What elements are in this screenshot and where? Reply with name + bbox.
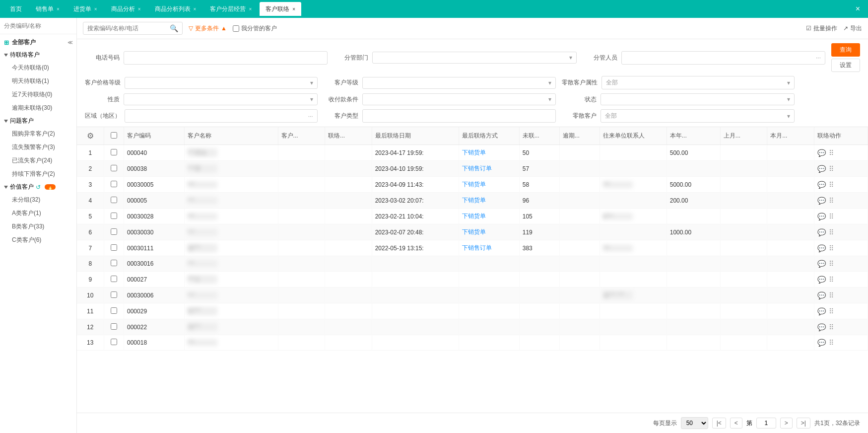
apps-icon[interactable]: ⠿	[829, 197, 834, 205]
row-checkbox[interactable]	[111, 260, 117, 266]
overdue-col-header[interactable]: 逾期...	[559, 127, 600, 145]
row-name[interactable]: ***	[184, 209, 278, 224]
row-name[interactable]: ***请	[184, 161, 278, 177]
code-col-header[interactable]: 客户编码	[124, 127, 185, 145]
nav-tab-analysis[interactable]: 商品分析 ×	[105, 2, 147, 16]
sidebar-item-class-c[interactable]: C类客户(6)	[0, 233, 76, 247]
sidebar-search-input[interactable]	[4, 22, 77, 29]
apps-icon[interactable]: ⠿	[829, 260, 834, 268]
row-last-way[interactable]: 下销售订单	[459, 240, 520, 256]
close-icon[interactable]: ×	[194, 6, 197, 12]
message-icon[interactable]: 💬	[817, 165, 826, 173]
row-checkbox[interactable]	[111, 276, 117, 282]
sidebar-item-hoarding-abnormal[interactable]: 囤购异常客户(2)	[0, 127, 76, 141]
query-button[interactable]: 查询	[831, 43, 860, 57]
message-icon[interactable]: 💬	[817, 181, 826, 189]
sidebar-item-churn-warning[interactable]: 流失预警客户(3)	[0, 141, 76, 154]
message-icon[interactable]: 💬	[817, 260, 826, 268]
close-icon[interactable]: ×	[249, 6, 252, 12]
row-name[interactable]: ***	[184, 224, 278, 240]
page-number-input[interactable]	[756, 418, 776, 429]
apps-icon[interactable]: ⠿	[829, 228, 834, 236]
row-checkbox[interactable]	[111, 149, 117, 155]
apps-icon[interactable]: ⠿	[829, 181, 834, 189]
row-last-way[interactable]: 下销货单	[459, 209, 520, 224]
last-way-link[interactable]: 下销货单	[462, 228, 486, 235]
status-select[interactable]: ▾	[601, 93, 795, 105]
apps-icon[interactable]: ⠿	[829, 165, 834, 173]
reset-button[interactable]: 设置	[831, 59, 860, 72]
row-last-way[interactable]	[459, 256, 520, 272]
nav-tab-purchase[interactable]: 进货单 ×	[67, 2, 103, 16]
row-last-way[interactable]: 下销售订单	[459, 161, 520, 177]
close-icon[interactable]: ×	[57, 6, 60, 12]
my-customers-checkbox[interactable]	[233, 25, 239, 32]
per-page-select[interactable]: 50 100 200	[681, 417, 708, 429]
row-last-way[interactable]: 下销货单	[459, 145, 520, 161]
last-date-col-header[interactable]: 最后联络日期	[372, 127, 459, 145]
apps-icon[interactable]: ⠿	[829, 244, 834, 252]
row-checkbox-cell[interactable]	[104, 256, 124, 272]
message-icon[interactable]: 💬	[817, 149, 826, 157]
apps-icon[interactable]: ⠿	[829, 149, 834, 157]
row-checkbox-cell[interactable]	[104, 224, 124, 240]
apps-icon[interactable]: ⠿	[829, 291, 834, 299]
row-checkbox[interactable]	[111, 291, 117, 298]
type-col-header[interactable]: 客户...	[278, 127, 325, 145]
last-month-col-header[interactable]: 上月...	[720, 127, 767, 145]
row-name[interactable]: 远***	[184, 240, 278, 256]
nav-tab-customer-tier[interactable]: 客户分层经营 ×	[204, 2, 258, 16]
row-last-way[interactable]	[459, 303, 520, 319]
retail-customer-select[interactable]: 全部 ▾	[601, 109, 795, 123]
apps-icon[interactable]: ⠿	[829, 213, 834, 220]
row-name[interactable]: ***	[184, 256, 278, 272]
row-last-way[interactable]: 下销货单	[459, 177, 520, 193]
batch-ops-button[interactable]: ☑ 批量操作	[806, 24, 837, 33]
row-checkbox[interactable]	[111, 339, 117, 345]
row-checkbox-cell[interactable]	[104, 272, 124, 288]
row-last-way[interactable]: 下销货单	[459, 193, 520, 209]
manager-input[interactable]: ···	[621, 51, 825, 65]
this-month-col-header[interactable]: 本月...	[767, 127, 814, 145]
row-checkbox-cell[interactable]	[104, 335, 124, 351]
row-last-way[interactable]	[459, 319, 520, 335]
apps-icon[interactable]: ⠿	[829, 307, 834, 315]
row-checkbox[interactable]	[111, 307, 117, 314]
row-checkbox[interactable]	[111, 181, 117, 187]
message-icon[interactable]: 💬	[817, 244, 826, 252]
apps-icon[interactable]: ⠿	[829, 323, 834, 331]
my-customers-checkbox-label[interactable]: 我分管的客户	[233, 24, 277, 33]
gender-select[interactable]: ▾	[124, 93, 318, 105]
row-last-way[interactable]: 下销货单	[459, 224, 520, 240]
row-checkbox-cell[interactable]	[104, 319, 124, 335]
row-name[interactable]: ***	[184, 193, 278, 209]
value-section-header[interactable]: 价值客户 ↺ 🔥	[0, 181, 76, 193]
customer-level-select[interactable]: ▾	[362, 77, 556, 89]
sidebar-item-declining[interactable]: 持续下滑客户(2)	[0, 167, 76, 181]
payment-select[interactable]: ▾	[362, 93, 556, 105]
problem-section-header[interactable]: 问题客户	[0, 115, 76, 127]
row-checkbox-cell[interactable]	[104, 161, 124, 177]
next-page-button[interactable]: >	[780, 418, 793, 429]
row-checkbox[interactable]	[111, 197, 117, 203]
phone-input[interactable]	[124, 51, 328, 65]
sidebar-item-churned[interactable]: 已流失客户(24)	[0, 154, 76, 167]
sidebar-item-overdue-pending[interactable]: 逾期未联络(30)	[0, 101, 76, 115]
row-checkbox[interactable]	[111, 165, 117, 171]
row-last-way[interactable]	[459, 335, 520, 351]
refresh-icon[interactable]: ↺	[36, 184, 41, 191]
message-icon[interactable]: 💬	[817, 323, 826, 331]
row-name[interactable]: ***	[184, 288, 278, 303]
price-level-select[interactable]: ▾	[125, 77, 318, 89]
row-name[interactable]: ***公	[184, 272, 278, 288]
message-icon[interactable]: 💬	[817, 213, 826, 220]
sidebar-item-ungrouped[interactable]: 未分组(32)	[0, 193, 76, 207]
row-checkbox-cell[interactable]	[104, 303, 124, 319]
nav-tab-analysis-list[interactable]: 商品分析列表 ×	[149, 2, 202, 16]
select-all-checkbox[interactable]	[111, 132, 117, 139]
unlink-days-col-header[interactable]: 未联...	[519, 127, 559, 145]
row-last-way[interactable]	[459, 272, 520, 288]
nav-home[interactable]: 首页	[4, 2, 28, 16]
message-icon[interactable]: 💬	[817, 339, 826, 347]
sidebar-all-customers[interactable]: ⊞ 全部客户 ≪	[0, 34, 76, 49]
